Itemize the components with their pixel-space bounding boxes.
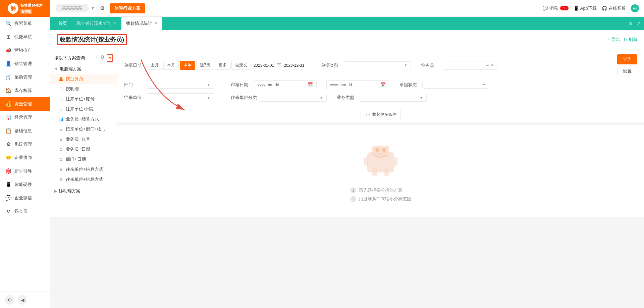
sidebar-item-system[interactable]: ⚙ 系统管理 (0, 138, 50, 151)
calendar-icon[interactable]: 📅 (308, 82, 313, 87)
review-date-end-input[interactable]: 📅 (326, 80, 389, 89)
scheme-item-salesperson-date[interactable]: ⊙ 业务员+日期 (50, 144, 117, 154)
partner-cat-label: 往来单位分类 (231, 95, 257, 101)
tab-receipt-stats-close[interactable]: ✕ (154, 21, 158, 26)
sidebar-settings-btn[interactable]: ⚙ (5, 295, 14, 305)
query-btn[interactable]: 查询 (617, 54, 637, 64)
settings-btn[interactable]: 设置 (617, 66, 637, 76)
sidebar-collapse-btn[interactable]: ◀ (18, 295, 27, 305)
salesperson-more-icon[interactable]: ··· (486, 63, 489, 68)
sidebar-item-basic-info[interactable]: 📋 基础信息 (0, 124, 50, 138)
sidebar-item-label: 营销推广 (14, 47, 32, 53)
tab-home[interactable]: 首页 (54, 17, 72, 30)
sidebar-item-search-menu[interactable]: 🔍 搜索菜单 (0, 17, 50, 30)
sidebar-item-label: 快捷导航 (14, 34, 32, 40)
date-btn-this-year[interactable]: 本年 (180, 61, 195, 70)
sidebar-item-inventory[interactable]: 🏠 库存核算 (0, 84, 50, 97)
breadcrumb-dropdown-icon[interactable]: ▼ (91, 6, 95, 11)
calendar-icon2[interactable]: 📅 (380, 82, 386, 87)
doc-status-select[interactable]: ▼ (422, 81, 489, 89)
date-btn-more[interactable]: 更多 (215, 61, 230, 70)
date-btn-last-month[interactable]: 上月 (147, 61, 162, 70)
scheme-panel: 按以下方案查询 + ⚙ « ▼ 电脑端方案 (50, 49, 117, 217)
salesperson-label: 业务员 (421, 62, 441, 68)
sidebar-item-label: 基础信息 (14, 128, 32, 134)
sidebar-item-vip[interactable]: V 畅会员 (0, 205, 50, 218)
salesperson-account-icon: ⊟ (58, 137, 64, 142)
date-btn-7days[interactable]: 近7天 (196, 61, 214, 70)
svg-rect-3 (372, 146, 389, 157)
notification-badge: 99+ (560, 6, 569, 10)
partner-select[interactable]: ··· ▼ (147, 93, 214, 102)
scheme-group-mobile: ▶ 移动端方案 (50, 186, 117, 196)
sidebar-item-smart-hw[interactable]: 📱 智能硬件 (0, 178, 50, 191)
scheme-item-partner-date[interactable]: ⊟ 往来单位+日期 (50, 104, 117, 114)
review-date-start-input[interactable]: 📅 (254, 80, 317, 89)
biz-type-select[interactable]: ▼ (360, 94, 427, 102)
app-download-btn[interactable]: 📱 App下载 (574, 5, 597, 11)
scheme-item-partner-account[interactable]: ⊟ 往来单位+账号 (50, 94, 117, 104)
sidebar-item-sales[interactable]: 👤 销售管理 (0, 57, 50, 70)
export-icon: ↑ (608, 37, 610, 42)
tab-close-all-icon[interactable]: ✕ (629, 20, 633, 27)
sidebar-item-marketing[interactable]: 📣 营销推广 (0, 44, 50, 57)
sidebar-item-enterprise-wechat[interactable]: 💬 企业微信 (0, 191, 50, 205)
tab-receipt-stats[interactable]: 收款情况统计 ✕ (121, 17, 162, 30)
scheme-group-mobile-title[interactable]: ▶ 移动端方案 (50, 186, 117, 196)
scheme-item-by-salesperson[interactable]: 按业务员 (50, 74, 117, 84)
sidebar-item-quick-nav[interactable]: ⊞ 快捷导航 (0, 30, 50, 44)
sidebar-item-purchase[interactable]: 🛒 采购管理 (0, 70, 50, 84)
trial-btn[interactable]: 体验行业方案 (110, 3, 145, 13)
refresh-btn[interactable]: ↻ 刷新 (624, 37, 637, 43)
scheme-group-desktop-title[interactable]: ▼ 电脑端方案 (50, 64, 117, 74)
sidebar-item-finance[interactable]: 💰 资金管理 (0, 97, 50, 111)
tab-bank-flow[interactable]: 现金银行流水查询 ✕ (72, 17, 121, 30)
tab-bar: 首页 现金银行流水查询 ✕ 收款情况统计 ✕ ✕ ⤢ (50, 17, 644, 30)
scheme-item-salesperson-account[interactable]: ⊟ 业务员+账号 (50, 134, 117, 144)
dept-select[interactable]: ▼ (147, 81, 214, 89)
partner-more-icon[interactable]: ··· (202, 95, 206, 100)
vip-icon: V (5, 208, 12, 215)
partner-cat-select[interactable]: ▼ (260, 94, 327, 102)
header-settings-icon[interactable]: ⚙ (100, 5, 105, 11)
partner-date-icon: ⊟ (58, 106, 64, 112)
tab-bank-flow-close[interactable]: ✕ (113, 21, 117, 26)
scheme-item-salesperson-settle[interactable]: 📊 业务员+结算方式 (50, 114, 117, 124)
doc-type-select[interactable]: ▼ (344, 61, 411, 69)
export-btn[interactable]: ↑ 导出 (608, 37, 621, 43)
partner-label: 往来单位 (124, 95, 144, 101)
date-btn-this-month[interactable]: 本月 (163, 61, 179, 70)
sidebar-item-enterprise[interactable]: 🤝 企业协同 (0, 151, 50, 164)
scheme-item-partner-settle2[interactable]: ⊟ 往来单位+结算方式 (50, 174, 117, 185)
review-date-end-field[interactable] (330, 83, 380, 87)
empty-steps: 1 请先选择要分析的方案 2 用过滤条件来缩小分析范围 (350, 186, 411, 203)
scheme-settings-icon[interactable]: ⚙ (100, 54, 105, 62)
notification-btn[interactable]: 💬 消息 99+ (543, 5, 569, 11)
detail-icon: ⊞ (58, 86, 64, 92)
step-2-num: 2 (350, 196, 356, 202)
sidebar-item-beginner[interactable]: 🎯 新手引导 (0, 164, 50, 178)
scheme-item-partner-dept[interactable]: ⊟ 按来单位+部门+收... (50, 124, 117, 134)
scheme-add-icon[interactable]: + (96, 54, 98, 62)
tab-maximize-icon[interactable]: ⤢ (636, 20, 641, 27)
date-btn-custom[interactable]: 自定义 (231, 61, 251, 70)
user-menu[interactable]: Rit (631, 4, 639, 12)
scheme-item-label: 按来单位+部门+收... (66, 126, 105, 132)
scheme-item-dept-date[interactable]: ⊙ 部门+日期 (50, 154, 117, 164)
system-icon: ⚙ (5, 141, 12, 148)
collapse-more-btn[interactable]: ∧∧ 收起更多条件 (361, 110, 401, 119)
group-mobile-label: 移动端方案 (59, 188, 80, 194)
online-service-btn[interactable]: 🎧 在线客服 (602, 5, 626, 11)
sidebar-item-label: 销售管理 (14, 61, 32, 67)
partner-settle2-icon: ⊟ (58, 177, 64, 182)
app-logo: 畅 畅捷通好生意 标准版 (0, 0, 50, 17)
refresh-label: 刷新 (629, 37, 637, 43)
salesperson-select[interactable]: ··· ▼ (444, 61, 497, 70)
scheme-collapse-icon[interactable]: « (107, 54, 113, 62)
scheme-item-by-detail[interactable]: ⊞ 按明细 (50, 84, 117, 94)
review-date-start-field[interactable] (257, 83, 308, 87)
sidebar-item-operation[interactable]: 📊 经营管理 (0, 111, 50, 124)
filter-actions: 查询 设置 (617, 54, 637, 76)
scheme-item-partner-settle[interactable]: ⊞ 往来单位+结算方式 (50, 164, 117, 174)
step-1-text: 请先选择要分析的方案 (359, 186, 402, 195)
